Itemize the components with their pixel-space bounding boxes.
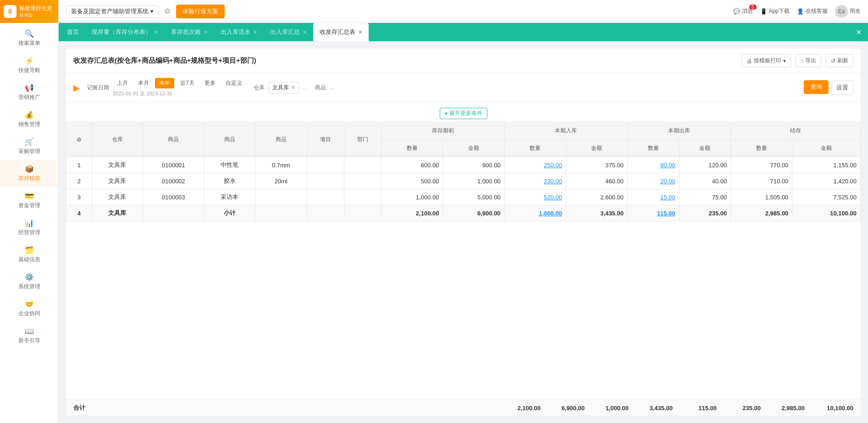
app-download-button[interactable]: 📱 App下载 — [760, 7, 790, 15]
goods-filter-section: 商品 ... — [315, 84, 334, 92]
row-open-qty: 600.00 — [381, 157, 443, 173]
content-area: 收发存汇总表(按仓库+商品编码+商品+规格型号+项目+部门) 🖨 按模板打印 ▾… — [59, 41, 868, 423]
col-settings[interactable]: ⚙ — [66, 122, 92, 157]
tab-close-2[interactable]: ✕ — [204, 29, 208, 35]
sidebar-icon-8: 🗂️ — [25, 246, 34, 254]
tab-close-1[interactable]: ✕ — [154, 29, 158, 35]
tab-label-2: 库存批次账 — [171, 28, 201, 36]
sidebar-item-5[interactable]: 📦库存核算 — [0, 160, 58, 187]
date-btn-近7天[interactable]: 近7天 — [176, 78, 199, 88]
date-btn-自定义[interactable]: 自定义 — [221, 78, 246, 88]
tab-4[interactable]: 出入库汇总✕ — [264, 23, 313, 41]
col-out: 本期出库 — [627, 122, 730, 140]
sidebar: 6 畅捷通好生意 标准版 🔍搜索菜单⚡快捷导航📢营销推广💰销售管理🛒采购管理📦库… — [0, 0, 59, 423]
subtotal-empty-spec — [255, 205, 307, 221]
total-open-qty: 2,100.00 — [504, 405, 541, 412]
tab-close-4[interactable]: ✕ — [303, 29, 307, 35]
service-button[interactable]: 👤 在线客服 — [797, 7, 828, 15]
tab-close-3[interactable]: ✕ — [253, 29, 257, 35]
user-menu[interactable]: Ea 用友 — [835, 5, 861, 18]
warehouse-tag-close[interactable]: ✕ — [291, 84, 295, 91]
print-button[interactable]: 🖨 按模板打印 ▾ — [741, 54, 791, 67]
sidebar-icon-1: ⚡ — [25, 56, 34, 65]
sidebar-item-9[interactable]: ⚙️系统管理 — [0, 268, 58, 295]
industry-button[interactable]: 体验行业方案 — [176, 5, 225, 18]
table-row: 3 文具库 0100003 采访本 1,000.00 5,000.00 520.… — [66, 189, 861, 205]
row-bal-qty: 770.00 — [731, 157, 792, 173]
row-out-amt: 40.00 — [679, 173, 731, 189]
date-btn-本年[interactable]: 本年 — [155, 78, 174, 88]
sidebar-item-7[interactable]: 📊经营管理 — [0, 214, 58, 241]
query-button[interactable]: 查询 — [804, 80, 829, 94]
row-no: 1 — [66, 157, 92, 173]
sidebar-label-1: 快捷导航 — [18, 66, 40, 74]
sidebar-icon-10: 🤝 — [25, 300, 34, 308]
tab-2[interactable]: 库存批次账✕ — [165, 23, 214, 41]
warehouse-filter-label: 仓库 — [254, 84, 265, 92]
tab-3[interactable]: 出入库流水✕ — [214, 23, 264, 41]
warehouse-tag[interactable]: 文具库 ✕ — [268, 82, 299, 93]
topbar: 装备及固定资产辅助管理系统 ▾ ⚙ 体验行业方案 💬 消息 6 📱 App下载 … — [59, 0, 868, 23]
filter-collapse-icon[interactable]: ▶ — [73, 83, 80, 93]
sidebar-item-6[interactable]: 💳资金管理 — [0, 187, 58, 214]
tab-5[interactable]: 收发存汇总表✕ — [313, 23, 369, 41]
table-container: ⚙ 仓库 商品 商品 商品 项目 部门 库存期初 本期入库 本期出库 结存 数量 — [66, 122, 861, 400]
tab-label-4: 出入库汇总 — [270, 28, 300, 36]
sidebar-item-11[interactable]: 📖新手引导 — [0, 322, 58, 349]
date-filter-label: 记账日期 — [87, 84, 109, 92]
export-button[interactable]: ↑ 导出 — [796, 54, 821, 67]
subtotal-out-qty[interactable]: 115.00 — [627, 205, 679, 221]
row-in-qty[interactable]: 230.00 — [504, 173, 566, 189]
sidebar-item-2[interactable]: 📢营销推广 — [0, 79, 58, 106]
sidebar-item-0[interactable]: 🔍搜索菜单 — [0, 25, 58, 52]
row-in-qty[interactable]: 250.00 — [504, 157, 566, 173]
refresh-button[interactable]: ↺ 刷新 — [826, 54, 853, 67]
tab-close-5[interactable]: ✕ — [358, 29, 362, 35]
col-warehouse: 仓库 — [92, 122, 143, 157]
close-all-tabs-button[interactable]: ✕ — [851, 28, 866, 37]
sidebar-item-10[interactable]: 🤝企业协同 — [0, 295, 58, 322]
tab-1[interactable]: 现存量（库存分布表）✕ — [85, 23, 165, 41]
row-project — [307, 189, 344, 205]
sidebar-label-2: 营销推广 — [18, 93, 40, 101]
sidebar-item-1[interactable]: ⚡快捷导航 — [0, 52, 58, 79]
row-code: 0100002 — [143, 173, 204, 189]
sidebar-item-3[interactable]: 💰销售管理 — [0, 106, 58, 133]
tab-0[interactable]: 首页 — [61, 23, 85, 41]
settings-gear-icon[interactable]: ⚙ — [164, 7, 171, 16]
date-btn-更多[interactable]: 更多 — [200, 78, 220, 88]
subtotal-empty-project — [307, 205, 344, 221]
row-in-qty[interactable]: 520.00 — [504, 189, 566, 205]
col-in: 本期入库 — [504, 122, 627, 140]
row-out-qty[interactable]: 20.00 — [627, 173, 679, 189]
expand-conditions-button[interactable]: ▾ 展开更多条件 — [440, 108, 487, 119]
col-bal-amt: 金额 — [792, 140, 861, 157]
subtotal-warehouse: 文具库 — [92, 205, 143, 221]
row-out-qty[interactable]: 80.00 — [627, 157, 679, 173]
row-in-amt: 2,600.00 — [566, 189, 627, 205]
row-bal-amt: 1,155.00 — [792, 157, 861, 173]
setting-button[interactable]: 设置 — [831, 80, 853, 95]
warehouse-more[interactable]: ... — [303, 84, 308, 91]
date-btn-本月[interactable]: 本月 — [134, 78, 153, 88]
sidebar-icon-7: 📊 — [25, 219, 34, 227]
row-open-amt: 5,000.00 — [443, 189, 504, 205]
msg-button[interactable]: 💬 消息 6 — [733, 7, 753, 15]
sidebar-item-8[interactable]: 🗂️基础信息 — [0, 241, 58, 268]
row-open-qty: 1,000.00 — [381, 189, 443, 205]
row-warehouse: 文具库 — [92, 157, 143, 173]
col-open-qty: 数量 — [381, 140, 443, 157]
topbar-right: 💬 消息 6 📱 App下载 👤 在线客服 Ea 用友 — [733, 5, 861, 18]
col-open-amt: 金额 — [443, 140, 504, 157]
system-select[interactable]: 装备及固定资产辅助管理系统 ▾ — [66, 5, 159, 18]
date-btn-上月[interactable]: 上月 — [113, 78, 132, 88]
row-warehouse: 文具库 — [92, 189, 143, 205]
date-filter-section: 记账日期 上月本月本年近7天更多自定义 2023-01-01 至 2023-12… — [87, 78, 246, 97]
tab-label-1: 现存量（库存分布表） — [92, 28, 151, 36]
goods-more[interactable]: ... — [330, 84, 334, 91]
sidebar-icon-11: 📖 — [25, 327, 34, 335]
sidebar-item-4[interactable]: 🛒采购管理 — [0, 133, 58, 160]
row-out-amt: 75.00 — [679, 189, 731, 205]
subtotal-in-qty[interactable]: 1,000.00 — [504, 205, 566, 221]
row-out-qty[interactable]: 15.00 — [627, 189, 679, 205]
